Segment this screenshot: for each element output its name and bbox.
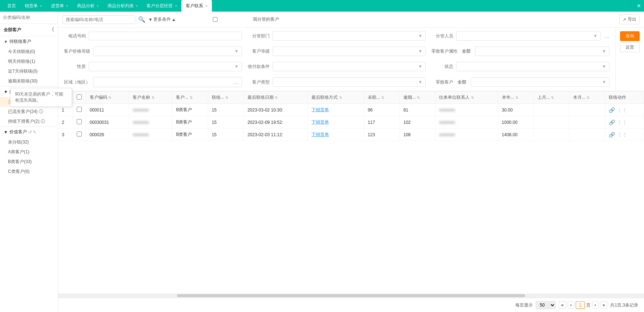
search-button[interactable]: 🔍 bbox=[138, 16, 145, 23]
filter-select-nature[interactable]: ▼ bbox=[89, 62, 242, 71]
action-link-icon-1[interactable]: 🔗 bbox=[609, 119, 615, 125]
tab-customer-tier[interactable]: 客户分层经营 × bbox=[142, 0, 181, 12]
horizontal-scrollbar[interactable] bbox=[58, 293, 644, 298]
region-more[interactable]: … bbox=[233, 79, 239, 85]
sort-icon-contact[interactable]: ⇅ bbox=[225, 96, 228, 100]
action-link-icon-0[interactable]: 🔗 bbox=[609, 107, 615, 113]
sort-icon-type[interactable]: ⇅ bbox=[190, 96, 193, 100]
tab-purchase-order[interactable]: 进货单 × bbox=[47, 0, 73, 12]
th-overdue[interactable]: 逾期... ⇅ bbox=[400, 92, 435, 104]
action-link-icon-2[interactable]: 🔗 bbox=[609, 132, 615, 138]
more-conditions-toggle[interactable]: ▼ 更多条件 ▲ bbox=[148, 16, 176, 23]
tab-home[interactable]: 首页 bbox=[3, 3, 20, 9]
sort-icon-year[interactable]: ⇅ bbox=[515, 96, 518, 100]
filter-select-payment[interactable]: ▼ bbox=[273, 62, 426, 71]
sidebar-search-input[interactable] bbox=[3, 15, 57, 20]
tab-close-sales[interactable]: × bbox=[40, 4, 42, 8]
sort-icon-code[interactable]: ⇅ bbox=[108, 96, 111, 100]
export-button[interactable]: ↗ 导出 bbox=[619, 15, 640, 24]
th-type[interactable]: 客户... ⇅ bbox=[172, 92, 208, 104]
sidebar-item-declining[interactable]: 持续下滑客户(2) ⓘ bbox=[0, 117, 58, 126]
prev-page-btn[interactable]: ‹ bbox=[568, 301, 574, 309]
th-code[interactable]: 客户编码 ⇅ bbox=[86, 92, 129, 104]
sidebar-item-a-class[interactable]: A类客户(1) bbox=[0, 147, 58, 157]
sidebar-item-overdue[interactable]: 逾期未联络(30) bbox=[0, 76, 58, 86]
sort-icon-month[interactable]: ⇅ bbox=[587, 96, 589, 100]
filter-input-phone[interactable] bbox=[89, 32, 242, 40]
sort-icon-name[interactable]: ⇅ bbox=[152, 96, 154, 100]
last-page-btn[interactable]: » bbox=[600, 301, 608, 309]
cell-action-2[interactable]: 🔗 ⋮⋮ bbox=[605, 129, 644, 141]
sidebar-item-c-class[interactable]: C类客户(6) bbox=[0, 167, 58, 177]
tab-close-tier[interactable]: × bbox=[175, 4, 177, 8]
sidebar-item-ungrouped[interactable]: 未分组(32) bbox=[0, 137, 58, 147]
action-menu-icon-2[interactable]: ⋮⋮ bbox=[617, 132, 627, 138]
filter-select-zero-sales-attr[interactable]: ▼ bbox=[475, 46, 609, 56]
sidebar-item-today[interactable]: 今天待联络(0) bbox=[0, 47, 58, 57]
cell-action-0[interactable]: 🔗 ⋮⋮ bbox=[605, 104, 644, 116]
sort-icon-way[interactable]: ⇅ bbox=[339, 96, 342, 100]
filter-select-customer-level[interactable]: ▼ bbox=[273, 46, 426, 56]
th-last-date[interactable]: 最后联络日期 ⇅ bbox=[243, 92, 307, 104]
sort-icon-person[interactable]: ⇅ bbox=[471, 96, 474, 100]
tab-customer-contact[interactable]: 客户联系 × bbox=[181, 0, 212, 12]
action-menu-icon-0[interactable]: ⋮⋮ bbox=[617, 107, 627, 113]
filter-select-status[interactable]: ▼ bbox=[456, 62, 609, 71]
tab-close-contact[interactable]: × bbox=[205, 4, 208, 8]
cell-way-1[interactable]: 下销货单 bbox=[308, 116, 364, 129]
filter-select-zero-sales[interactable]: ▼ bbox=[471, 77, 609, 87]
row-checkbox-1[interactable] bbox=[77, 119, 82, 124]
th-this-year[interactable]: 本年... ⇅ bbox=[498, 92, 534, 104]
filter-select-price-level[interactable]: ▼ bbox=[93, 46, 242, 56]
cell-checkbox-1[interactable] bbox=[73, 116, 86, 129]
my-customers-checkbox-label[interactable]: 我分管的客户 bbox=[179, 16, 279, 23]
page-size-select[interactable]: 50 100 200 bbox=[536, 301, 556, 309]
cell-way-0[interactable]: 下销货单 bbox=[308, 104, 364, 116]
th-last-way[interactable]: 最后联络方式 ⇅ bbox=[308, 92, 364, 104]
tab-close-analysis-list[interactable]: × bbox=[136, 4, 138, 8]
cell-action-1[interactable]: 🔗 ⋮⋮ bbox=[605, 116, 644, 129]
first-page-btn[interactable]: « bbox=[559, 301, 566, 309]
sort-icon-unlink[interactable]: ⇅ bbox=[381, 96, 384, 100]
filter-select-division-person[interactable]: ▼ bbox=[456, 31, 601, 41]
tab-close-purchase[interactable]: × bbox=[66, 4, 68, 8]
sidebar-item-churned[interactable]: 已流失客户(24) ⓘ bbox=[0, 107, 58, 117]
tab-product-analysis-list[interactable]: 商品分析列表 × bbox=[103, 0, 142, 12]
my-customers-checkbox[interactable] bbox=[179, 17, 251, 22]
th-unlink[interactable]: 未联... ⇅ bbox=[364, 92, 399, 104]
th-last-month[interactable]: 上月... ⇅ bbox=[534, 92, 569, 104]
sidebar-item-tomorrow[interactable]: 明天待联络(1) bbox=[0, 57, 58, 66]
search-input[interactable] bbox=[63, 15, 135, 24]
sidebar-group-pending[interactable]: ▼ 待联络客户 bbox=[0, 36, 58, 47]
sidebar-collapse-icon[interactable]: 《 bbox=[49, 27, 54, 33]
filter-select-customer-type[interactable]: ▼ bbox=[273, 77, 426, 87]
next-page-btn[interactable]: › bbox=[592, 301, 599, 309]
row-checkbox-0[interactable] bbox=[77, 107, 82, 112]
tab-close-analysis[interactable]: × bbox=[97, 4, 99, 8]
filter-settings-button[interactable]: 设置 bbox=[620, 42, 640, 52]
current-page-btn[interactable]: 1 bbox=[576, 301, 585, 309]
sidebar-value-edit-icon[interactable]: ↺ bbox=[28, 130, 32, 135]
cell-checkbox-2[interactable] bbox=[73, 129, 86, 141]
sort-icon-overdue[interactable]: ⇅ bbox=[417, 96, 420, 100]
sidebar-item-b-class[interactable]: B类客户(33) bbox=[0, 157, 58, 167]
row-checkbox-2[interactable] bbox=[77, 131, 82, 137]
th-contact[interactable]: 联络... ⇅ bbox=[208, 92, 243, 104]
cell-way-2[interactable]: 下销货单 bbox=[308, 129, 364, 141]
sort-icon-date[interactable]: ⇅ bbox=[275, 96, 278, 100]
filter-select-division-dept[interactable]: ▼ bbox=[273, 31, 426, 41]
close-all-tabs[interactable]: ✕ bbox=[637, 3, 641, 9]
select-all-checkbox[interactable] bbox=[77, 94, 82, 100]
filter-select-region[interactable]: … bbox=[93, 77, 242, 87]
query-button[interactable]: 查询 bbox=[620, 31, 640, 41]
cell-checkbox-0[interactable] bbox=[73, 104, 86, 116]
th-this-month[interactable]: 本月... ⇅ bbox=[569, 92, 605, 104]
sort-icon-lmonth[interactable]: ⇅ bbox=[551, 96, 554, 100]
th-contact-person[interactable]: 往来单位联系人 ⇅ bbox=[435, 92, 498, 104]
division-person-more[interactable]: … bbox=[604, 33, 609, 39]
sidebar-item-7days[interactable]: 近7天待联络(0) bbox=[0, 66, 58, 76]
th-name[interactable]: 客户名称 ⇅ bbox=[129, 92, 172, 104]
action-menu-icon-1[interactable]: ⋮⋮ bbox=[617, 119, 627, 125]
tab-sales-order[interactable]: 销货单 × bbox=[20, 0, 47, 12]
scrollbar-thumb[interactable] bbox=[177, 294, 525, 297]
